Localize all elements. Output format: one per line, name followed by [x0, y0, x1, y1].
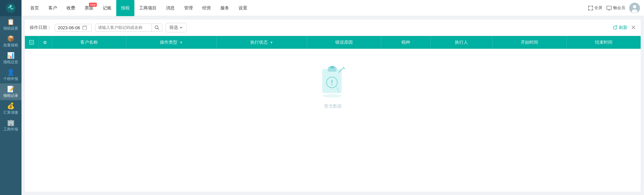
sidebar-item-baoshui-jilu[interactable]: 📝 报税记录: [0, 83, 22, 100]
svg-point-5: [632, 9, 638, 13]
fullscreen-button[interactable]: 全屏: [588, 5, 602, 11]
nav-shoufei[interactable]: 收费: [62, 0, 80, 16]
nav-items: 首页 客户 收费 票据 new 记账 报税 工商项目 消息: [26, 0, 588, 16]
toolbar-right: 刷新 ✕: [613, 25, 636, 31]
sidebar-item-huisuan-jiaona[interactable]: 💰 汇算清缴: [0, 100, 22, 117]
sidebar-item-label: 报税记录: [3, 93, 18, 98]
nav-jizhang[interactable]: 记账: [98, 0, 116, 16]
member-button[interactable]: 畅会员: [606, 5, 625, 11]
table-wrapper: ⚙ 客户名称 操作类型 ▼ 执行状态 ▼: [25, 36, 641, 192]
nav-guanli[interactable]: 管理: [179, 0, 198, 16]
close-button[interactable]: ✕: [631, 25, 636, 31]
sidebar-item-baoshui-shezhi[interactable]: 📋 报税设置: [0, 16, 22, 33]
empty-state: 暂无数据: [25, 49, 641, 129]
th-settings[interactable]: ⚙: [38, 36, 52, 49]
filter-button[interactable]: 筛选: [166, 23, 186, 32]
report-overview-icon: 📊: [7, 52, 14, 58]
content-area: 操作日期： 2023-06-06: [22, 16, 644, 195]
personal-tax-icon: 👤: [7, 69, 14, 75]
new-badge: new: [89, 3, 97, 7]
svg-point-16: [323, 94, 341, 98]
search-input[interactable]: [95, 24, 152, 31]
refresh-button[interactable]: 刷新: [613, 25, 628, 31]
empty-text: 暂无数据: [324, 103, 342, 109]
top-navigation: 首页 客户 收费 票据 new 记账 报税 工商项目 消息: [22, 0, 644, 16]
main-area: 首页 客户 收费 票据 new 记账 报税 工商项目 消息: [22, 0, 644, 195]
nav-fuwu[interactable]: 服务: [216, 0, 234, 16]
data-table: ⚙ 客户名称 操作类型 ▼ 执行状态 ▼: [25, 36, 641, 129]
sort-icon-operation-type: ▼: [179, 41, 183, 44]
play-icon: [606, 6, 612, 10]
app-logo[interactable]: [0, 0, 22, 16]
calendar-icon: [82, 25, 87, 30]
sidebar-item-label: 个税申报: [3, 76, 18, 81]
date-label: 操作日期：: [30, 25, 51, 31]
settlement-icon: 💰: [7, 103, 14, 109]
sidebar-item-label: 报税总览: [3, 60, 18, 65]
fullscreen-icon: [588, 6, 593, 10]
refresh-icon: [613, 25, 617, 30]
th-customer-name: 客户名称: [52, 36, 126, 49]
sidebar-item-label: 报税设置: [3, 26, 18, 31]
svg-rect-6: [83, 26, 87, 30]
svg-rect-13: [331, 80, 332, 83]
th-operation-type: 操作类型 ▼: [126, 36, 216, 49]
sidebar-item-baoshui-zonglian[interactable]: 📊 报税总览: [0, 50, 22, 67]
empty-icon: [316, 62, 350, 99]
sidebar-item-label: 批量报税: [3, 43, 18, 48]
sidebar-item-gongshang-nianbao[interactable]: 🏢 工商年报: [0, 117, 22, 134]
chevron-down-icon: [179, 26, 183, 29]
svg-point-14: [331, 84, 333, 85]
nav-homepage[interactable]: 首页: [26, 0, 44, 16]
nav-baoshui[interactable]: 报税: [116, 0, 134, 16]
sort-icon-exec-status: ▼: [270, 41, 273, 44]
svg-rect-2: [607, 6, 611, 9]
nav-jingying[interactable]: 经营: [198, 0, 216, 16]
search-button[interactable]: [152, 24, 162, 31]
sidebar: 📋 报税设置 📦 批量报税 📊 报税总览 👤 个税申报 📝 报税记录 💰 汇算清…: [0, 0, 22, 195]
tax-record-icon: 📝: [7, 86, 14, 92]
th-exec-status: 执行状态 ▼: [216, 36, 307, 49]
nav-customer[interactable]: 客户: [44, 0, 62, 16]
select-all-checkbox[interactable]: [29, 40, 34, 45]
report-settings-icon: 📋: [7, 19, 14, 25]
th-checkbox[interactable]: [25, 36, 38, 49]
th-error-reason: 错误原因: [307, 36, 381, 49]
avatar[interactable]: [629, 3, 640, 13]
svg-point-4: [633, 5, 636, 8]
nav-piaoju[interactable]: 票据 new: [80, 0, 98, 16]
table-panel: 操作日期： 2023-06-06: [25, 20, 641, 192]
annual-report-icon: 🏢: [7, 120, 14, 126]
nav-gongshang-xiangmu[interactable]: 工商项目: [134, 0, 161, 16]
sidebar-item-geshuishenabao[interactable]: 👤 个税申报: [0, 67, 22, 83]
nav-shezhi[interactable]: 设置: [234, 0, 252, 16]
sidebar-item-piliang-baoshui[interactable]: 📦 批量报税: [0, 33, 22, 50]
search-box: [95, 24, 162, 32]
topnav-right: 全屏 畅会员: [588, 3, 640, 13]
th-start-time: 开始时间: [492, 36, 567, 49]
th-tax-type: 税种: [381, 36, 431, 49]
svg-point-1: [10, 5, 12, 7]
nav-xiaoxi[interactable]: 消息: [161, 0, 179, 16]
toolbar: 操作日期： 2023-06-06: [25, 20, 641, 36]
search-icon: [155, 25, 159, 30]
th-executor: 执行人: [430, 36, 492, 49]
sidebar-item-label: 汇算清缴: [3, 110, 18, 115]
th-end-time: 结束时间: [567, 36, 641, 49]
date-value: 2023-06-06: [58, 25, 80, 30]
date-picker[interactable]: 2023-06-06: [55, 24, 92, 32]
batch-report-icon: 📦: [7, 36, 14, 42]
svg-rect-11: [330, 66, 335, 69]
sidebar-item-label: 工商年报: [3, 127, 18, 132]
